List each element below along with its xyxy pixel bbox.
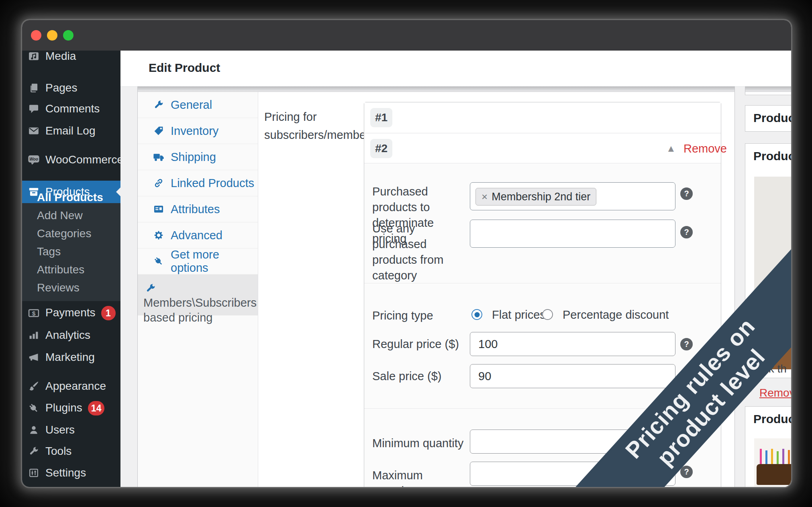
- tab-shipping[interactable]: Shipping: [138, 144, 258, 170]
- sidebar-subitem-tags[interactable]: Tags: [37, 244, 117, 259]
- panel-title: Produc: [745, 144, 791, 163]
- plug-icon: [153, 256, 164, 267]
- panel-title: Produc: [745, 407, 791, 426]
- radio-flat-prices-label[interactable]: Flat prices: [492, 308, 546, 322]
- pricing-type-label: Pricing type: [372, 308, 467, 324]
- help-icon[interactable]: ?: [680, 187, 693, 200]
- wrench-icon: [145, 283, 156, 294]
- payments-icon: $: [28, 307, 40, 319]
- analytics-icon: [28, 329, 40, 341]
- comments-icon: [28, 103, 40, 115]
- regular-price-label: Regular price ($): [372, 336, 467, 352]
- svg-text:Woo: Woo: [29, 157, 38, 161]
- remove-rule-button[interactable]: Remove: [683, 142, 727, 155]
- sidebar-item-comments[interactable]: Comments: [22, 100, 120, 118]
- sidebar-subitem-attributes[interactable]: Attributes: [37, 263, 117, 277]
- sidebar-item-label: Users: [45, 424, 75, 436]
- app-window: Media Pages Comments Email Log Woo WooCo…: [22, 20, 791, 487]
- sidebar-item-label: Appearance: [45, 380, 106, 393]
- sale-price-label: Sale price ($): [372, 369, 467, 384]
- product-data-tabs: General Inventory Shipping Linked Produc…: [138, 92, 258, 487]
- envelope-icon: [28, 125, 40, 137]
- sidebar-item-label: Tools: [45, 445, 71, 458]
- panel-top-gradient: [138, 87, 734, 92]
- user-icon: [28, 424, 40, 436]
- sidebar-subitem-all-products[interactable]: All Products: [37, 190, 117, 205]
- tab-general[interactable]: General: [138, 92, 258, 118]
- tab-linked-products[interactable]: Linked Products: [138, 170, 258, 196]
- minimize-window-icon[interactable]: [47, 30, 57, 41]
- right-panel-header-1[interactable]: Produc: [745, 105, 791, 132]
- tab-inventory[interactable]: Inventory: [138, 118, 258, 144]
- tab-get-more-options[interactable]: Get more options: [138, 248, 258, 275]
- regular-price-input[interactable]: [470, 332, 675, 356]
- settings-sliders-icon: [28, 467, 40, 479]
- pricing-rule-row-2[interactable]: #2 ▲ Remove: [364, 134, 721, 163]
- sidebar-item-label: Media: [45, 50, 76, 63]
- pages-icon: [28, 82, 40, 94]
- sidebar-item-label: Email Log: [45, 124, 96, 137]
- sidebar-subitem-categories[interactable]: Categories: [37, 226, 117, 241]
- birthday-cake-photo: [757, 464, 791, 485]
- remove-chip-icon[interactable]: ×: [481, 191, 488, 203]
- sale-price-input[interactable]: [470, 364, 675, 388]
- rule-number-badge: #2: [370, 139, 392, 158]
- right-panel-header-gallery[interactable]: Produc: [745, 406, 791, 433]
- help-icon[interactable]: ?: [680, 466, 693, 478]
- sidebar-item-media[interactable]: Media: [22, 47, 120, 65]
- sidebar-item-label: Marketing: [45, 351, 95, 364]
- pricing-rule-row-1[interactable]: #1: [364, 102, 721, 133]
- minimum-quantity-label: Minimum quantity: [372, 436, 467, 451]
- right-panel-header-product-image[interactable]: Produc: [745, 143, 791, 170]
- link-icon: [153, 177, 164, 189]
- gear-icon: [153, 230, 164, 241]
- sidebar-subitem-reviews[interactable]: Reviews: [37, 281, 117, 295]
- sidebar-item-payments[interactable]: $ Payments1: [22, 304, 120, 322]
- gallery-thumbnail[interactable]: [754, 438, 791, 487]
- sidebar-item-label: Pages: [45, 81, 77, 94]
- sidebar-item-marketing[interactable]: Marketing: [22, 348, 120, 366]
- page-title: Edit Product: [149, 61, 220, 75]
- section-label: Pricing for subscribers/members: [264, 108, 365, 144]
- sidebar-item-woocommerce[interactable]: Woo WooCommerce: [22, 151, 120, 169]
- zoom-window-icon[interactable]: [63, 30, 73, 41]
- sidebar-item-email-log[interactable]: Email Log: [22, 122, 120, 140]
- sidebar-item-appearance[interactable]: Appearance: [22, 377, 120, 395]
- help-icon[interactable]: ?: [680, 226, 693, 238]
- sidebar-item-plugins[interactable]: Plugins14: [22, 399, 120, 417]
- tab-attributes[interactable]: Attributes: [138, 196, 258, 222]
- panel-title: Produc: [745, 106, 791, 125]
- window-titlebar: [22, 20, 791, 51]
- sidebar-item-label: Analytics: [45, 329, 90, 342]
- category-label: Use any purchased: [372, 221, 467, 252]
- sidebar-item-pages[interactable]: Pages: [22, 79, 120, 97]
- media-icon: [28, 50, 40, 62]
- admin-sidebar: Media Pages Comments Email Log Woo WooCo…: [22, 51, 120, 487]
- truck-icon: [153, 151, 164, 163]
- payments-count-badge: 1: [101, 306, 116, 320]
- svg-text:$: $: [32, 310, 36, 317]
- sidebar-item-analytics[interactable]: Analytics: [22, 326, 120, 344]
- wrench-icon: [153, 99, 164, 110]
- purchased-products-select[interactable]: × Membership 2nd tier: [470, 182, 675, 210]
- sidebar-item-tools[interactable]: Tools: [22, 442, 120, 460]
- radio-percentage-discount[interactable]: [542, 309, 553, 320]
- radio-flat-prices[interactable]: [471, 309, 482, 320]
- remove-product-image-link[interactable]: Remove: [759, 387, 791, 399]
- woocommerce-icon: Woo: [28, 154, 40, 166]
- collapse-rule-icon[interactable]: ▲: [666, 143, 676, 154]
- rule-number-badge: #1: [370, 108, 392, 127]
- maximum-quantity-label: Maximum quantity: [372, 468, 467, 487]
- sidebar-item-settings[interactable]: Settings: [22, 464, 120, 482]
- plugin-icon: [28, 402, 40, 414]
- sidebar-item-users[interactable]: Users: [22, 421, 120, 439]
- tab-advanced[interactable]: Advanced: [138, 222, 258, 248]
- card-list-icon: [153, 204, 164, 215]
- plugins-count-badge: 14: [88, 401, 105, 415]
- help-icon[interactable]: ?: [680, 338, 693, 350]
- tab-members-subscribers-pricing[interactable]: Members\Subscribers based pricing: [138, 275, 258, 316]
- radio-percentage-discount-label[interactable]: Percentage discount: [563, 308, 669, 322]
- close-window-icon[interactable]: [31, 30, 41, 41]
- category-select[interactable]: [470, 220, 675, 248]
- sidebar-subitem-add-new[interactable]: Add New: [37, 208, 117, 223]
